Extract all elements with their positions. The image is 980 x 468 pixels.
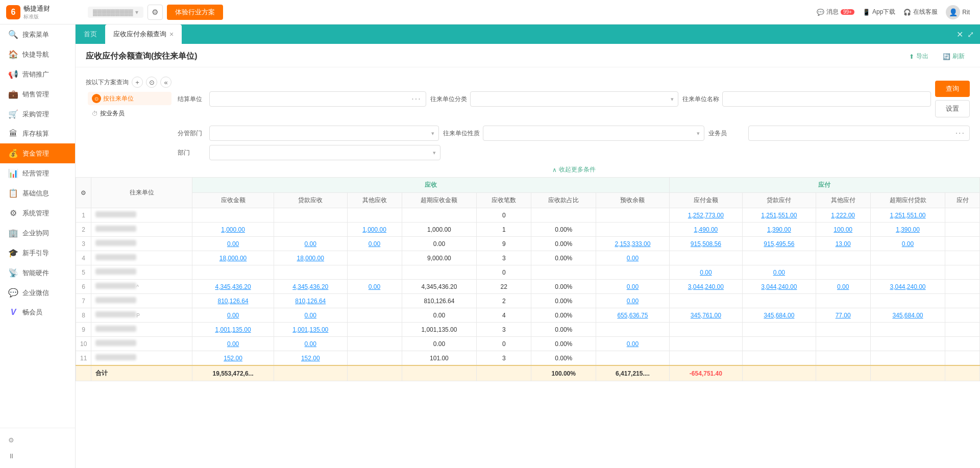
export-button[interactable]: ⬆ 导出 — [904, 50, 934, 63]
settings-gear-button[interactable]: ⚙ — [148, 5, 163, 20]
sidebar-item-marketing[interactable]: 📢 营销推广 — [0, 64, 75, 84]
sidebar-item-operations[interactable]: 📊 经营管理 — [0, 163, 75, 183]
table-cell-link[interactable]: 13.00 — [836, 240, 851, 248]
table-cell-link[interactable]: 0.00 — [305, 340, 316, 348]
table-cell-link[interactable]: 0.00 — [369, 283, 380, 290]
table-cell-link[interactable]: 1,000.00 — [362, 226, 386, 233]
table-cell-link[interactable]: 4,345,436.20 — [292, 283, 328, 290]
sidebar-item-guide[interactable]: 🎓 新手引导 — [0, 243, 75, 263]
table-cell-link[interactable]: 915,508.56 — [691, 240, 721, 248]
scheme-collapse-button[interactable]: « — [160, 77, 172, 88]
table-cell-link[interactable]: 1,000.00 — [221, 226, 245, 233]
table-cell-link[interactable]: 1,001,135.00 — [292, 326, 328, 333]
table-cell-link[interactable]: 1,390.00 — [896, 226, 920, 233]
tab-expand-button[interactable]: ⤢ — [967, 30, 974, 39]
table-cell-link[interactable]: 2,153,333.00 — [615, 240, 650, 248]
message-button[interactable]: 💬 消息 99+ — [817, 8, 854, 16]
table-cell-link[interactable]: 0.00 — [627, 283, 639, 290]
dept-supervisor-input[interactable]: ▾ — [209, 126, 439, 141]
add-scheme-button[interactable]: + — [132, 77, 143, 88]
table-cell-link[interactable]: 345,761.00 — [691, 312, 721, 319]
tab-home[interactable]: 首页 — [76, 24, 105, 44]
table-cell-link[interactable]: 345,684.00 — [764, 312, 794, 319]
scheme-settings-button[interactable]: ⊙ — [146, 77, 157, 88]
table-cell-link[interactable]: 0.00 — [627, 298, 639, 305]
table-cell-link[interactable]: 1,222.00 — [831, 212, 855, 219]
filter-nav-by-unit[interactable]: ⊙ 按往来单位 — [88, 92, 172, 105]
refresh-button[interactable]: 🔄 刷新 — [938, 50, 970, 63]
table-cell-link[interactable]: 18,000.00 — [297, 255, 324, 262]
row-ap-amount: 915,508.56 — [669, 237, 742, 251]
table-cell-link[interactable]: 1,001,135.00 — [215, 326, 251, 333]
set-button[interactable]: 设置 — [935, 100, 970, 117]
industry-solution-button[interactable]: 体验行业方案 — [167, 5, 223, 20]
tab-close-window-button[interactable]: ✕ — [957, 30, 963, 39]
table-cell-link[interactable]: 0.00 — [700, 269, 712, 276]
table-cell-link[interactable]: 0.00 — [627, 255, 639, 262]
sidebar-item-basicinfo[interactable]: 📋 基础信息 — [0, 183, 75, 203]
sidebar-item-quicknav[interactable]: 🏠 快捷导航 — [0, 44, 75, 64]
sidebar-bottom-collapse[interactable]: ⏸ — [0, 448, 75, 464]
table-cell-link[interactable]: 655,636.75 — [617, 312, 648, 319]
tab-ar-balance[interactable]: 应收应付余额查询 × — [105, 24, 182, 44]
sidebar-item-inventory[interactable]: 🏛 库存核算 — [0, 124, 75, 143]
sidebar-item-hardware[interactable]: 📡 智能硬件 — [0, 263, 75, 283]
sidebar-item-purchase[interactable]: 🛒 采购管理 — [0, 104, 75, 124]
table-cell-link[interactable]: 810,126.64 — [218, 298, 249, 305]
table-cell-link[interactable]: 1,490.00 — [694, 226, 718, 233]
settlement-unit-input[interactable]: ··· — [209, 91, 426, 107]
filter-nav-by-staff[interactable]: ⏱ 按业务员 — [88, 107, 172, 120]
table-cell-link[interactable]: 3,044,240.00 — [890, 283, 925, 290]
unit-name-input[interactable] — [722, 91, 931, 107]
table-cell-link[interactable]: 0.00 — [227, 340, 239, 348]
guide-icon: 🎓 — [8, 248, 18, 258]
table-cell-link[interactable]: 0.00 — [305, 312, 316, 319]
table-cell-link[interactable]: 0.00 — [837, 283, 849, 290]
sidebar-item-search[interactable]: 🔍 搜索菜单 — [0, 24, 75, 44]
table-cell-link[interactable]: 4,345,436.20 — [215, 283, 251, 290]
table-cell-link[interactable]: 0.00 — [369, 240, 380, 248]
collapse-more-button[interactable]: ∧ 收起更多条件 — [552, 165, 596, 174]
salesperson-input[interactable]: ··· — [748, 126, 970, 141]
table-cell-link[interactable]: 100.00 — [834, 226, 852, 233]
sidebar-item-finance[interactable]: 💰 资金管理 — [0, 143, 75, 163]
sidebar-bottom-settings[interactable]: ⚙ — [0, 432, 75, 448]
table-cell-link[interactable]: 0.00 — [227, 312, 239, 319]
table-cell-link[interactable]: 77.00 — [836, 312, 851, 319]
table-cell-link[interactable]: 1,251,551.00 — [761, 212, 797, 219]
user-profile[interactable]: 👤 Rit — [946, 5, 970, 19]
app-download-button[interactable]: 📱 App下载 — [863, 8, 895, 16]
sidebar-item-member[interactable]: V 畅会员 — [0, 303, 75, 322]
table-cell-link[interactable]: 0.00 — [627, 340, 639, 348]
row-ar-ratio: 0.00% — [531, 237, 596, 251]
col-settings-header[interactable]: ⚙ — [76, 178, 91, 208]
table-cell-link[interactable]: 0.00 — [773, 269, 785, 276]
table-cell-link[interactable]: 18,000.00 — [219, 255, 247, 262]
table-cell-link[interactable]: 0.00 — [227, 240, 239, 248]
table-cell-link[interactable]: 152.00 — [224, 355, 242, 362]
sidebar-item-wechat[interactable]: 💬 企业微信 — [0, 283, 75, 303]
sidebar-item-corp[interactable]: 🏢 企业协同 — [0, 223, 75, 243]
table-cell-link[interactable]: 152.00 — [301, 355, 320, 362]
table-cell-link[interactable]: 0.00 — [902, 240, 914, 248]
unit-category-input[interactable]: ▾ — [470, 91, 679, 107]
breadcrumb-nav[interactable]: ▓▓▓▓▓▓▓▓▓ ▾ — [88, 7, 143, 18]
unit-nature-input[interactable]: ▾ — [483, 126, 704, 141]
table-cell-link[interactable]: 1,390.00 — [767, 226, 791, 233]
table-cell-link[interactable]: 3,044,240.00 — [761, 283, 797, 290]
table-cell-link[interactable]: 3,044,240.00 — [688, 283, 724, 290]
row-ap-loan — [743, 294, 816, 308]
table-cell-link[interactable]: 915,495.56 — [764, 240, 794, 248]
table-cell-link[interactable]: 1,252,773.00 — [688, 212, 724, 219]
table-cell-link[interactable]: 345,684.00 — [892, 312, 923, 319]
sales-icon: 💼 — [8, 89, 18, 99]
online-service-button[interactable]: 🎧 在线客服 — [903, 8, 938, 16]
query-button[interactable]: 查询 — [935, 81, 970, 97]
tab-close-icon[interactable]: × — [169, 31, 174, 38]
table-cell-link[interactable]: 0.00 — [305, 240, 316, 248]
department-input[interactable]: ▾ — [209, 145, 440, 160]
sidebar-item-sales[interactable]: 💼 销售管理 — [0, 84, 75, 104]
sidebar-item-system[interactable]: ⚙ 系统管理 — [0, 203, 75, 223]
table-cell-link[interactable]: 810,126.64 — [295, 298, 326, 305]
table-cell-link[interactable]: 1,251,551.00 — [890, 212, 925, 219]
